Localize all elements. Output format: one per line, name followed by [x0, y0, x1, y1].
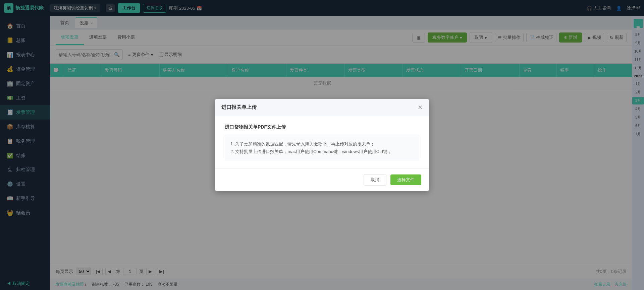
dialog-footer: 取消 选择文件	[215, 168, 429, 191]
dialog-section-title: 进口货物报关单PDF文件上传	[225, 124, 419, 130]
dialog-title: 进口报关单上传	[221, 104, 257, 111]
dialog-body: 进口货物报关单PDF文件上传 1. 为了更加精准的数据匹配，请先录入海关缴款书，…	[215, 116, 429, 169]
dialog-header: 进口报关单上传 ✕	[215, 99, 429, 116]
import-dialog: 进口报关单上传 ✕ 进口货物报关单PDF文件上传 1. 为了更加精准的数据匹配，…	[215, 99, 429, 191]
dialog-notes: 1. 为了更加精准的数据匹配，请先录入海关缴款书，再上传对应的报关单； 2. 支…	[225, 135, 419, 161]
dialog-select-file-button[interactable]: 选择文件	[390, 174, 421, 185]
dialog-cancel-button[interactable]: 取消	[364, 174, 386, 186]
dialog-overlay[interactable]: 进口报关单上传 ✕ 进口货物报关单PDF文件上传 1. 为了更加精准的数据匹配，…	[0, 0, 644, 290]
dialog-note-1: 1. 为了更加精准的数据匹配，请先录入海关缴款书，再上传对应的报关单；	[230, 140, 414, 148]
dialog-note-2: 2. 支持批量上传进口报关单，mac用户使用Command键，windows用户…	[230, 148, 414, 155]
dialog-close-button[interactable]: ✕	[418, 104, 423, 111]
